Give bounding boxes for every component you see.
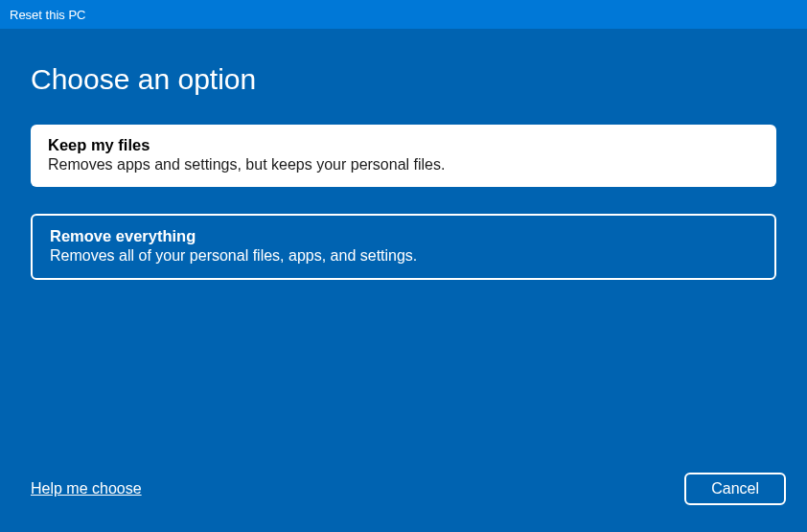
options-list: Keep my files Removes apps and settings,… (31, 125, 776, 280)
option-keep-my-files[interactable]: Keep my files Removes apps and settings,… (31, 125, 776, 187)
titlebar: Reset this PC (0, 0, 807, 29)
reset-pc-window: Reset this PC Choose an option Keep my f… (0, 0, 807, 532)
cancel-button[interactable]: Cancel (684, 473, 786, 505)
window-title: Reset this PC (10, 8, 85, 22)
help-me-choose-link[interactable]: Help me choose (31, 480, 142, 497)
option-title: Keep my files (48, 136, 759, 154)
footer: Help me choose Cancel (0, 473, 807, 532)
option-title: Remove everything (50, 227, 757, 245)
page-heading: Choose an option (31, 63, 776, 96)
option-remove-everything[interactable]: Remove everything Removes all of your pe… (31, 214, 776, 280)
option-description: Removes all of your personal files, apps… (50, 247, 757, 265)
option-description: Removes apps and settings, but keeps you… (48, 156, 759, 173)
content-area: Choose an option Keep my files Removes a… (0, 29, 807, 473)
